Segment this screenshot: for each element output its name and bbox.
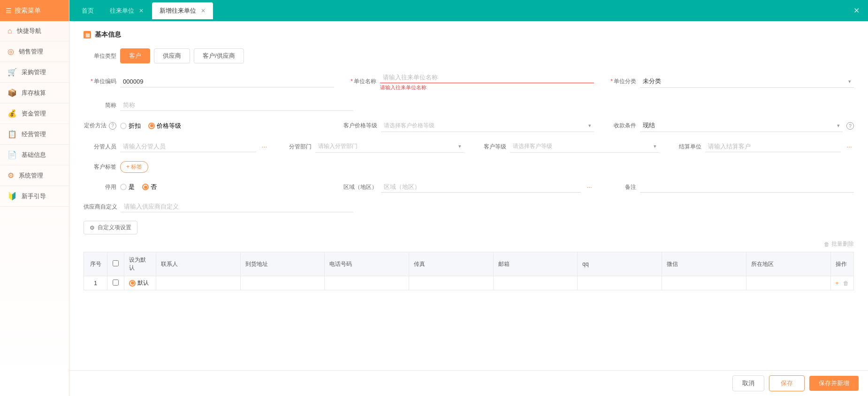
save-button[interactable]: 保存 xyxy=(769,375,805,391)
settlement-unit-input[interactable] xyxy=(705,141,841,152)
supplier-custom-label: 供应商自定义 xyxy=(84,203,117,211)
tab-contacts[interactable]: 往来单位 ✕ xyxy=(102,2,151,19)
row-qq[interactable] xyxy=(578,276,662,290)
delete-row-btn[interactable]: 🗑 xyxy=(843,280,849,287)
batch-delete-icon: 🗑 xyxy=(824,241,830,248)
tab-new-contact[interactable]: 新增往来单位 ✕ xyxy=(152,2,213,19)
abbreviation-label: 简称 xyxy=(84,101,116,109)
sidebar-item-purchase[interactable]: 🛒 采购管理 xyxy=(0,62,69,83)
row-wechat-input[interactable] xyxy=(667,280,741,287)
disabled-radio-yes[interactable]: 是 xyxy=(120,183,135,191)
quick-nav-icon: ⌂ xyxy=(8,27,12,35)
region-input[interactable] xyxy=(381,181,581,193)
save-new-button[interactable]: 保存并新增 xyxy=(809,376,859,391)
customer-tags-row: 客户标签 + 标签 xyxy=(84,161,854,173)
customer-tags-label: 客户标签 xyxy=(84,163,116,171)
add-tag-button[interactable]: + 标签 xyxy=(120,161,148,173)
customer-price-level-select[interactable]: 请选择客户价格等级 ▾ xyxy=(381,120,594,132)
pricing-radio-discount[interactable]: 折扣 xyxy=(120,122,141,130)
unit-name-wrapper: 请输入往来单位名称 xyxy=(380,72,594,91)
customer-level-arrow: ▾ xyxy=(654,143,656,149)
row-address[interactable] xyxy=(240,276,325,290)
payment-terms-help-icon[interactable]: ? xyxy=(846,122,854,130)
radio-price-level-circle xyxy=(148,123,155,129)
department-arrow: ▾ xyxy=(458,143,461,149)
settlement-unit-label: 结算单位 xyxy=(669,143,701,151)
sidebar-item-operations[interactable]: 📋 经营管理 xyxy=(0,124,69,145)
settlement-more-btn[interactable]: ··· xyxy=(845,143,854,150)
custom-settings-button[interactable]: ⚙ 自定义项设置 xyxy=(84,221,137,234)
payment-terms-select[interactable]: 现结 ▾ xyxy=(640,119,843,132)
sidebar-search[interactable]: ☰ 搜索菜单 xyxy=(0,0,69,21)
add-row-btn[interactable]: + xyxy=(836,280,839,287)
abbreviation-input[interactable] xyxy=(120,100,353,111)
row-phone[interactable] xyxy=(325,276,409,290)
tab-home[interactable]: 首页 xyxy=(74,2,101,19)
pricing-help-icon[interactable]: ? xyxy=(109,122,116,130)
basic-info-icon: 📄 xyxy=(8,150,17,159)
sidebar-item-sales[interactable]: ◎ 销售管理 xyxy=(0,41,69,62)
unit-btn-customer[interactable]: 客户 xyxy=(120,48,150,63)
sidebar-item-basic-info[interactable]: 📄 基础信息 xyxy=(0,145,69,165)
remarks-input[interactable] xyxy=(640,181,854,193)
row-contact[interactable] xyxy=(156,276,240,290)
payment-terms-label: 收款条件 xyxy=(603,122,636,130)
batch-delete-area: 🗑 批量删除 xyxy=(84,240,854,248)
table-row: 1 默认 xyxy=(84,276,854,290)
row-checkbox[interactable] xyxy=(113,280,119,286)
row-address-input[interactable] xyxy=(245,280,320,287)
row-email[interactable] xyxy=(493,276,578,290)
sidebar-item-system[interactable]: ⚙ 系统管理 xyxy=(0,165,69,186)
cancel-button[interactable]: 取消 xyxy=(732,375,764,391)
sidebar-item-finance[interactable]: 💰 资金管理 xyxy=(0,103,69,124)
unit-name-input[interactable] xyxy=(380,72,594,83)
pricing-radio-price-level[interactable]: 价格等级 xyxy=(148,122,181,130)
region-more-btn[interactable]: ··· xyxy=(585,183,594,191)
unit-category-select[interactable]: 未分类 ▾ xyxy=(640,75,854,88)
department-group: 分管部门 请输入分管部门 ▾ xyxy=(279,140,464,153)
row-phone-input[interactable] xyxy=(329,280,404,287)
supplier-custom-input[interactable] xyxy=(121,201,353,212)
pricing-radio-group: 折扣 价格等级 xyxy=(120,122,181,130)
row-wechat[interactable] xyxy=(662,276,746,290)
manager-input[interactable] xyxy=(120,141,256,152)
disabled-radio-group: 是 否 xyxy=(120,183,157,191)
disabled-radio-no[interactable]: 否 xyxy=(142,183,157,191)
row-default-circle xyxy=(129,280,136,287)
row-index: 1 xyxy=(84,276,107,290)
manager-more-btn[interactable]: ··· xyxy=(260,143,269,150)
customer-level-label: 客户等级 xyxy=(473,143,506,151)
row-fax-input[interactable] xyxy=(414,280,488,287)
sidebar: ☰ 搜索菜单 ⌂ 快捷导航 ◎ 销售管理 🛒 采购管理 📦 库存核算 💰 资金管… xyxy=(0,0,69,396)
unit-code-input[interactable] xyxy=(120,76,334,87)
section-icon: ▤ xyxy=(84,31,91,39)
unit-btn-supplier[interactable]: 供应商 xyxy=(154,48,190,63)
customer-level-select[interactable]: 请选择客户等级 ▾ xyxy=(510,140,659,153)
batch-delete-label[interactable]: 批量删除 xyxy=(831,240,854,248)
disabled-region-row: 停用 是 否 区域（地区） ··· xyxy=(84,181,854,193)
row-fax[interactable] xyxy=(409,276,493,290)
close-contacts-tab[interactable]: ✕ xyxy=(139,8,144,14)
select-all-checkbox[interactable] xyxy=(113,260,119,266)
unit-type-buttons: 客户 供应商 客户/供应商 xyxy=(120,48,244,63)
row-qq-input[interactable] xyxy=(582,280,657,287)
payment-terms-group: 收款条件 现结 ▾ ? xyxy=(603,119,854,132)
sidebar-item-guide[interactable]: 🔰 新手引导 xyxy=(0,186,69,207)
department-select[interactable]: 请输入分管部门 ▾ xyxy=(315,140,464,153)
sidebar-item-inventory[interactable]: 📦 库存核算 xyxy=(0,83,69,103)
row-region-input[interactable] xyxy=(751,280,826,287)
col-email: 邮箱 xyxy=(493,252,578,276)
close-new-contact-tab[interactable]: ✕ xyxy=(201,8,206,14)
unit-btn-both[interactable]: 客户/供应商 xyxy=(194,48,244,63)
row-contact-input[interactable] xyxy=(161,280,236,287)
close-all-tabs[interactable]: ✕ xyxy=(850,6,863,15)
col-region: 所在地区 xyxy=(746,252,830,276)
guide-icon: 🔰 xyxy=(8,192,17,201)
row-region[interactable] xyxy=(746,276,830,290)
sidebar-item-quick-nav[interactable]: ⌂ 快捷导航 xyxy=(0,21,69,41)
unit-code-group: *单位编码 xyxy=(84,76,334,87)
row-default-radio[interactable]: 默认 xyxy=(129,279,151,287)
pricing-method-group: 定价方法 ? 折扣 价格等级 xyxy=(84,122,334,130)
row-email-input[interactable] xyxy=(498,280,573,287)
pricing-method-label: 定价方法 ? xyxy=(84,122,116,130)
